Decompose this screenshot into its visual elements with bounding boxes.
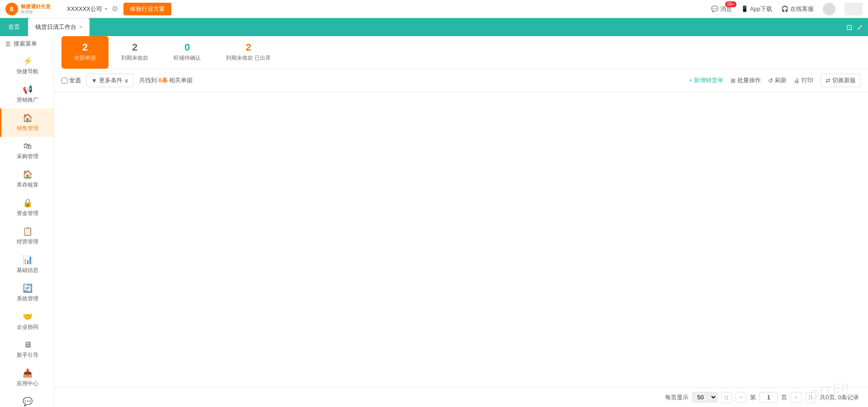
sidebar-item-sales[interactable]: 🏠 销售管理 bbox=[0, 108, 54, 137]
found-prefix: 共找到 bbox=[139, 77, 157, 84]
page-size-select[interactable]: 50 20 100 bbox=[692, 392, 717, 402]
last-page-button[interactable]: ⟩⟩ bbox=[805, 392, 816, 403]
search-menu-item[interactable]: ☰ 搜索菜单 bbox=[0, 36, 54, 51]
settings-icon[interactable]: ⚙ bbox=[112, 5, 118, 13]
filter-chevron-icon: ∨ bbox=[124, 77, 129, 84]
tab-workbench-label: 钱货日清工作台 bbox=[35, 23, 76, 31]
refresh-label: 刷新 bbox=[775, 76, 787, 84]
company-name: XXXXXX公司 bbox=[67, 5, 102, 13]
prev-page-button[interactable]: ＜ bbox=[736, 392, 746, 403]
stat-tab-all[interactable]: 2 全部单据 bbox=[61, 36, 108, 69]
switch-icon: ⇄ bbox=[826, 77, 830, 84]
filter-button[interactable]: ▼ 更多条件 ∨ bbox=[86, 74, 134, 87]
found-count: 0条 bbox=[159, 77, 168, 84]
table-area bbox=[54, 92, 868, 387]
sidebar-item-marketing[interactable]: 📢 营销推广 bbox=[0, 80, 54, 108]
sidebar-item-inventory[interactable]: 🏠 库存核算 bbox=[0, 165, 54, 193]
sidebar-item-quick-nav[interactable]: ⚡ 快捷导航 bbox=[0, 51, 54, 80]
search-menu-label: 搜索菜单 bbox=[14, 40, 37, 48]
marketing-label: 营销推广 bbox=[17, 96, 38, 104]
guide-icon: 🖥 bbox=[24, 340, 32, 350]
logo-sub-text: 标准版 bbox=[21, 9, 51, 14]
online-service-label: 在线客服 bbox=[790, 5, 814, 13]
select-all-checkbox[interactable] bbox=[61, 78, 67, 84]
enterprise-icon: 🤝 bbox=[23, 312, 33, 322]
online-service-action[interactable]: 🎧 在线客服 bbox=[781, 5, 814, 13]
sidebar-item-system[interactable]: 🔄 系统管理 bbox=[0, 279, 54, 307]
message-action[interactable]: 💬 消息 99+ bbox=[711, 5, 732, 13]
batch-icon: ⊞ bbox=[731, 77, 736, 84]
user-name-area[interactable] bbox=[844, 3, 863, 15]
system-icon: 🔄 bbox=[23, 283, 33, 293]
tab-minimize-icon[interactable]: ⊡ bbox=[846, 23, 852, 32]
found-suffix: 相关单据 bbox=[169, 77, 193, 84]
first-page-button[interactable]: ⟨⟨ bbox=[721, 392, 732, 403]
stat-pending-number: 0 bbox=[184, 42, 190, 53]
top-header: 6 畅捷通好生意 标准版 XXXXXX公司 ▾ ⚙ 体验行业方案 💬 消息 99… bbox=[0, 0, 868, 18]
stat-all-number: 2 bbox=[82, 42, 88, 53]
sidebar: ☰ 搜索菜单 ⚡ 快捷导航 📢 营销推广 🏠 销售管理 🛍 采购管理 🏠 库存核… bbox=[0, 36, 54, 407]
sidebar-item-basic-info[interactable]: 📊 基础信息 bbox=[0, 250, 54, 279]
basic-info-label: 基础信息 bbox=[17, 267, 38, 274]
stat-tab-pending[interactable]: 0 旺铺待确认 bbox=[161, 36, 213, 69]
refresh-icon: ↺ bbox=[768, 77, 773, 84]
next-page-button[interactable]: ＞ bbox=[791, 392, 802, 403]
print-button[interactable]: 🖨 打印 bbox=[794, 76, 813, 84]
header-right: 💬 消息 99+ 📱 App下载 🎧 在线客服 bbox=[711, 3, 863, 15]
sidebar-item-finance[interactable]: 🔒 资金管理 bbox=[0, 193, 54, 222]
app-download-action[interactable]: 📱 App下载 bbox=[741, 5, 772, 13]
page-number-input[interactable]: 1 bbox=[760, 392, 778, 403]
app-center-label: 应用中心 bbox=[17, 380, 38, 388]
tab-maximize-icon[interactable]: ⤢ bbox=[857, 23, 863, 32]
purchase-label: 采购管理 bbox=[17, 153, 38, 160]
tab-close-icon[interactable]: × bbox=[79, 24, 82, 30]
stat-tab-overdue-out[interactable]: 2 到期未收款 已出库 bbox=[213, 36, 283, 69]
purchase-icon: 🛍 bbox=[24, 141, 32, 151]
stat-overdue-out-number: 2 bbox=[246, 42, 251, 53]
toolbar-right: + 新增销货单 ⊞ 批量操作 ↺ 刷新 🖨 打印 ⇄ 切换新版 bbox=[689, 74, 861, 87]
search-icon: ☰ bbox=[5, 41, 11, 47]
sidebar-item-wechat[interactable]: 💬 企业微信 bbox=[0, 392, 54, 407]
stat-all-label: 全部单据 bbox=[74, 54, 96, 62]
sales-icon: 🏠 bbox=[23, 113, 33, 123]
guide-label: 新手引导 bbox=[17, 351, 38, 359]
stat-tab-overdue[interactable]: 2 到期未收款 bbox=[108, 36, 161, 69]
select-all-area[interactable]: 全选 bbox=[61, 76, 81, 84]
company-selector[interactable]: XXXXXX公司 ▾ bbox=[67, 5, 107, 13]
switch-version-button[interactable]: ⇄ 切换新版 bbox=[821, 74, 861, 87]
filter-label: 更多条件 bbox=[99, 76, 123, 84]
refresh-button[interactable]: ↺ 刷新 bbox=[768, 76, 787, 84]
experience-button[interactable]: 体验行业方案 bbox=[123, 3, 171, 15]
wechat-icon: 💬 bbox=[23, 397, 33, 407]
online-service-icon: 🎧 bbox=[781, 5, 788, 12]
sidebar-item-operations[interactable]: 📋 经营管理 bbox=[0, 222, 54, 250]
add-sales-order-button[interactable]: + 新增销货单 bbox=[689, 76, 723, 84]
sidebar-item-purchase[interactable]: 🛍 采购管理 bbox=[0, 137, 54, 165]
sidebar-item-enterprise[interactable]: 🤝 企业协同 bbox=[0, 307, 54, 336]
sidebar-item-app-center[interactable]: 📥 应用中心 bbox=[0, 364, 54, 392]
sidebar-item-guide[interactable]: 🖥 新手引导 bbox=[0, 336, 54, 364]
page-jump-prefix: 第 bbox=[750, 393, 756, 402]
system-label: 系统管理 bbox=[17, 295, 38, 303]
logo-area: 6 畅捷通好生意 标准版 bbox=[5, 3, 60, 15]
print-icon: 🖨 bbox=[794, 77, 800, 84]
found-text: 共找到 0条 相关单据 bbox=[139, 76, 193, 84]
total-records-text: 共0页, 0条记录 bbox=[820, 393, 859, 402]
batch-label: 批量操作 bbox=[737, 76, 761, 84]
user-avatar[interactable] bbox=[823, 3, 835, 15]
tab-bar: 首页 钱货日清工作台 × ⊡ ⤢ bbox=[0, 18, 868, 36]
select-all-label: 全选 bbox=[69, 76, 81, 84]
logo-icon: 6 bbox=[5, 3, 18, 15]
enterprise-label: 企业协同 bbox=[17, 323, 38, 331]
message-badge: 99+ bbox=[725, 1, 736, 7]
inventory-icon: 🏠 bbox=[23, 169, 33, 179]
stats-tabs: 2 全部单据 2 到期未收款 0 旺铺待确认 2 到期未收款 已出库 bbox=[54, 36, 868, 69]
tab-home[interactable]: 首页 bbox=[0, 18, 28, 36]
page-label: 页 bbox=[781, 393, 787, 402]
sales-label: 销售管理 bbox=[17, 125, 38, 132]
batch-operation-button[interactable]: ⊞ 批量操作 bbox=[731, 76, 761, 84]
pagination: 每页显示 50 20 100 ⟨⟨ ＜ 第 1 页 ＞ ⟩⟩ 共0页, 0条记录 bbox=[54, 387, 868, 407]
app-download-label: App下载 bbox=[750, 5, 772, 13]
marketing-icon: 📢 bbox=[23, 84, 33, 94]
tab-workbench[interactable]: 钱货日清工作台 × bbox=[28, 18, 90, 36]
